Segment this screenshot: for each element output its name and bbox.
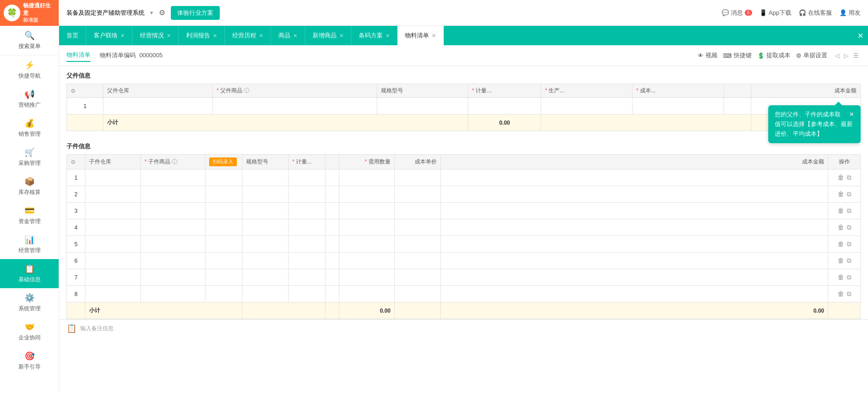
child-row-3-unit[interactable] [289,203,326,219]
child-row-5-unit-cost[interactable] [395,236,441,253]
sub-tab-bom-code[interactable]: 物料清单编码 0000005 [100,49,163,61]
child-row-1-qty[interactable] [339,169,395,186]
sidebar-item-enterprise[interactable]: 🤝 企业协同 [0,317,59,346]
delete-row-8-icon[interactable]: 🗑 [838,290,844,298]
child-row-5-product[interactable] [141,236,205,253]
tab-history[interactable]: 经营历程 ✕ [225,26,271,45]
tab-new-goods[interactable]: 新增商品 ✕ [305,26,351,45]
settings-icon[interactable]: ⚙ [159,8,165,17]
tab-customers[interactable]: 客户联络 ✕ [86,26,133,45]
child-row-5-sort[interactable] [326,236,339,253]
child-row-7-unit-cost[interactable] [395,269,441,286]
delete-row-3-icon[interactable]: 🗑 [838,207,844,215]
note-placeholder[interactable]: 输入备注信息 [80,325,114,333]
parent-row-1-production[interactable] [541,98,633,115]
child-row-3-warehouse[interactable] [85,203,141,219]
tab-operations[interactable]: 经营情况 ✕ [133,26,179,45]
child-row-5-cost-amount[interactable] [441,236,828,253]
copy-row-5-icon[interactable]: ⧉ [847,240,851,248]
child-row-6-unit-cost[interactable] [395,253,441,269]
child-row-2-warehouse[interactable] [85,186,141,203]
parent-row-1-product[interactable] [213,98,377,115]
parent-row-1-cost[interactable] [632,98,723,115]
child-row-6-warehouse[interactable] [85,253,141,269]
sidebar-item-marketing[interactable]: 📢 营销推广 [0,85,59,114]
sidebar-item-quick-nav[interactable]: ⚡ 快捷导航 [0,55,59,85]
copy-row-2-icon[interactable]: ⧉ [847,190,851,198]
child-row-3-product[interactable] [141,203,205,219]
parent-gear-icon[interactable]: ⚙ [71,88,76,94]
parent-product-info-icon[interactable]: ⓘ [244,87,249,94]
tooltip-close-btn[interactable]: ✕ [849,110,854,120]
child-row-2-spec[interactable] [242,186,289,203]
child-row-5-unit[interactable] [289,236,326,253]
close-history-icon[interactable]: ✕ [259,33,263,39]
child-row-4-product[interactable] [141,219,205,236]
cost-action[interactable]: 💲 提取成本 [757,51,790,60]
next-arrow[interactable]: ▷ [842,51,850,60]
child-row-8-spec[interactable] [242,286,289,302]
child-row-7-spec[interactable] [242,269,289,286]
child-row-7-product[interactable] [141,269,205,286]
copy-row-1-icon[interactable]: ⧉ [847,174,851,181]
child-row-8-unit[interactable] [289,286,326,302]
parent-row-1-warehouse[interactable] [103,98,213,115]
delete-row-6-icon[interactable]: 🗑 [838,257,844,265]
child-row-1-product[interactable] [141,169,205,186]
view-action[interactable]: 👁 视频 [698,51,717,60]
child-row-7-sort[interactable] [326,269,339,286]
sub-tab-bom-list[interactable]: 物料清单 [66,49,90,62]
user-menu[interactable]: 👤 用友 [839,9,861,17]
child-row-8-product[interactable] [141,286,205,302]
child-row-1-unit-cost[interactable] [395,169,441,186]
child-row-2-sort[interactable] [326,186,339,203]
child-row-5-spec[interactable] [242,236,289,253]
copy-row-8-icon[interactable]: ⧉ [847,290,851,298]
child-row-3-unit-cost[interactable] [395,203,441,219]
copy-row-4-icon[interactable]: ⧉ [847,224,851,231]
settings-action[interactable]: ⚙ 单据设置 [796,51,827,60]
trial-btn[interactable]: 体验行业方案 [171,6,220,20]
copy-row-7-icon[interactable]: ⧉ [847,273,851,281]
child-row-3-spec[interactable] [242,203,289,219]
message-btn[interactable]: 💬 消息 6 [722,9,752,17]
delete-row-2-icon[interactable]: 🗑 [838,190,844,198]
child-row-1-sort[interactable] [326,169,339,186]
child-row-7-warehouse[interactable] [85,269,141,286]
child-row-1-cost-amount[interactable] [441,169,828,186]
child-row-4-unit-cost[interactable] [395,219,441,236]
sidebar-item-inventory[interactable]: 📦 库存核算 [0,172,59,201]
online-service-btn[interactable]: 🎧 在线客服 [799,9,832,17]
sidebar-item-purchase[interactable]: 🛒 采购管理 [0,143,59,172]
child-row-8-sort[interactable] [326,286,339,302]
child-row-4-cost-amount[interactable] [441,219,828,236]
child-row-5-warehouse[interactable] [85,236,141,253]
child-row-6-spec[interactable] [242,253,289,269]
child-row-3-qty[interactable] [339,203,395,219]
child-row-6-qty[interactable] [339,253,395,269]
child-row-8-cost-amount[interactable] [441,286,828,302]
sidebar-item-system[interactable]: ⚙️ 系统管理 [0,288,59,317]
delete-row-4-icon[interactable]: 🗑 [838,224,844,231]
child-row-4-warehouse[interactable] [85,219,141,236]
child-row-7-cost-amount[interactable] [441,269,828,286]
close-goods-icon[interactable]: ✕ [293,33,297,39]
close-profit-icon[interactable]: ✕ [213,33,217,39]
tab-bom[interactable]: 物料清单 ✕ [398,26,444,45]
tab-goods[interactable]: 商品 ✕ [271,26,305,45]
child-row-2-unit[interactable] [289,186,326,203]
child-row-1-unit[interactable] [289,169,326,186]
child-row-1-spec[interactable] [242,169,289,186]
child-row-8-warehouse[interactable] [85,286,141,302]
close-barcode-icon[interactable]: ✕ [386,33,390,39]
app-download-btn[interactable]: 📱 App下载 [760,9,791,17]
child-row-2-unit-cost[interactable] [395,186,441,203]
child-row-8-qty[interactable] [339,286,395,302]
child-row-7-qty[interactable] [339,269,395,286]
child-row-2-product[interactable] [141,186,205,203]
delete-row-1-icon[interactable]: 🗑 [838,174,844,181]
child-row-1-warehouse[interactable] [85,169,141,186]
child-row-5-qty[interactable] [339,236,395,253]
copy-row-3-icon[interactable]: ⧉ [847,207,851,215]
child-row-6-cost-amount[interactable] [441,253,828,269]
